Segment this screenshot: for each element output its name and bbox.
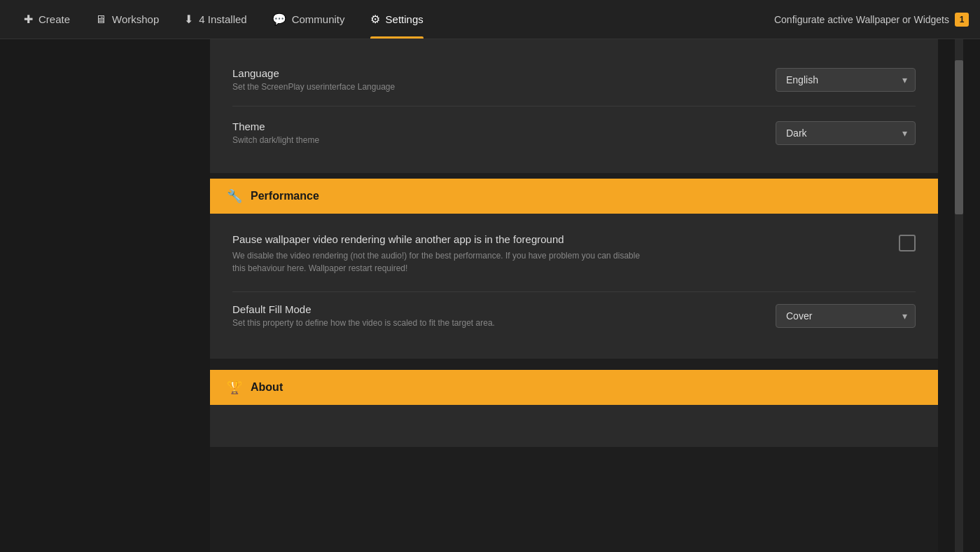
language-row: Language Set the ScreenPlay userinterfac… [232, 53, 916, 106]
nav-community-label: Community [292, 13, 345, 25]
content-area[interactable]: Language Set the ScreenPlay userinterfac… [210, 39, 938, 552]
fill-mode-desc: Set this property to define how the vide… [232, 318, 495, 328]
performance-header: 🔧 Performance [210, 179, 938, 214]
general-card-inner: Language Set the ScreenPlay userinterfac… [210, 39, 938, 173]
pause-wallpaper-desc: We disable the video rendering (not the … [232, 249, 652, 275]
pause-wallpaper-title: Pause wallpaper video rendering while an… [232, 233, 871, 245]
spacer [210, 364, 938, 370]
nav-workshop[interactable]: 🖥 Workshop [83, 0, 172, 39]
performance-card-inner: Pause wallpaper video rendering while an… [210, 214, 938, 359]
wrench-icon: 🔧 [227, 188, 242, 204]
nav-workshop-label: Workshop [112, 13, 159, 25]
pause-wallpaper-row: Pause wallpaper video rendering while an… [232, 216, 916, 292]
nav-settings-label: Settings [386, 13, 424, 25]
theme-title: Theme [232, 120, 319, 132]
fill-mode-info: Default Fill Mode Set this property to d… [232, 303, 495, 328]
top-navigation: ✚ Create 🖥 Workshop ⬇ 4 Installed 💬 Comm… [0, 0, 980, 39]
workshop-icon: 🖥 [95, 13, 106, 26]
create-icon: ✚ [24, 13, 33, 26]
right-panel [938, 39, 980, 552]
nav-badge: 1 [955, 13, 969, 27]
theme-select[interactable]: Dark Light [776, 121, 916, 145]
about-content [210, 405, 938, 447]
nav-installed[interactable]: ⬇ 4 Installed [172, 0, 259, 39]
about-header: 🏆 About [210, 370, 938, 405]
main-layout: Language Set the ScreenPlay userinterfac… [0, 39, 980, 552]
nav-settings[interactable]: ⚙ Settings [358, 0, 436, 39]
language-desc: Set the ScreenPlay userinterface Languag… [232, 82, 395, 92]
nav-community[interactable]: 💬 Community [260, 0, 358, 39]
nav-installed-label: 4 Installed [199, 13, 246, 25]
language-info: Language Set the ScreenPlay userinterfac… [232, 67, 395, 92]
language-select[interactable]: English German French Spanish [776, 68, 916, 92]
theme-info: Theme Switch dark/light theme [232, 120, 319, 145]
settings-icon: ⚙ [370, 13, 380, 26]
pause-wallpaper-checkbox[interactable] [899, 235, 916, 251]
community-icon: 💬 [272, 13, 286, 26]
theme-row: Theme Switch dark/light theme Dark Light [232, 106, 916, 159]
nav-create[interactable]: ✚ Create [11, 0, 83, 39]
pause-wallpaper-info: Pause wallpaper video rendering while an… [232, 233, 871, 275]
fill-mode-title: Default Fill Mode [232, 303, 495, 315]
fill-mode-select[interactable]: Cover Contain Fill Stretch Tile [776, 304, 916, 328]
fill-mode-row: Default Fill Mode Set this property to d… [232, 292, 916, 342]
about-header-text: About [251, 381, 283, 394]
scrollbar-thumb[interactable] [955, 60, 963, 214]
theme-desc: Switch dark/light theme [232, 135, 319, 145]
language-title: Language [232, 67, 395, 79]
settings-wrapper: Language Set the ScreenPlay userinterfac… [210, 39, 938, 447]
about-card: 🏆 About [210, 370, 938, 447]
theme-dropdown-wrapper[interactable]: Dark Light [776, 121, 916, 145]
info-icon: 🏆 [227, 380, 242, 395]
general-card: Language Set the ScreenPlay userinterfac… [210, 39, 938, 173]
installed-icon: ⬇ [184, 13, 193, 26]
performance-card: 🔧 Performance Pause wallpaper video rend… [210, 179, 938, 359]
fill-mode-dropdown-wrapper[interactable]: Cover Contain Fill Stretch Tile [776, 304, 916, 328]
left-panel [0, 39, 210, 552]
performance-header-text: Performance [251, 190, 319, 202]
config-label: Configurate active Wallpaper or Widgets [774, 14, 949, 25]
nav-create-label: Create [38, 13, 70, 25]
nav-right-area: Configurate active Wallpaper or Widgets … [774, 13, 969, 27]
language-dropdown-wrapper[interactable]: English German French Spanish [776, 68, 916, 92]
